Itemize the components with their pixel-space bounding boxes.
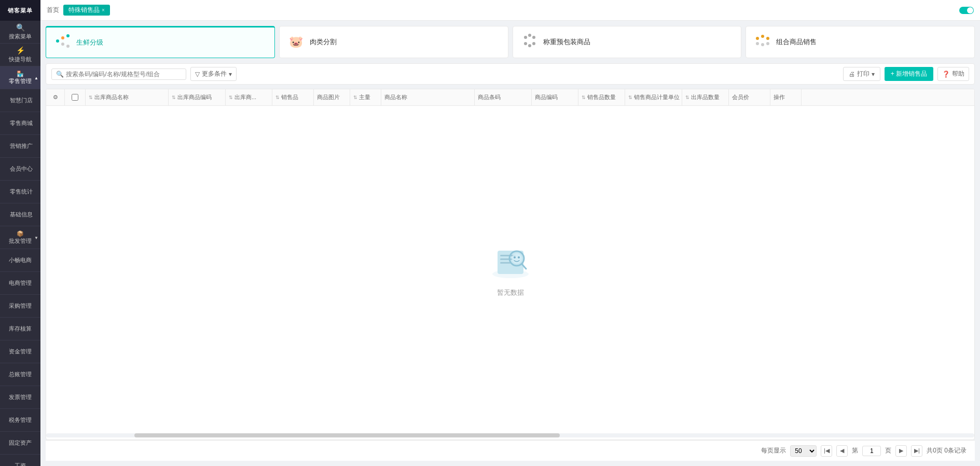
sidebar-item-sales-promo[interactable]: 营销推广 [0,135,40,158]
sort-icon-out-spec[interactable]: ⇅ [229,95,233,100]
toolbar-right: 🖨 打印 ▾ + 新增销售品 ❓ 帮助 [843,67,969,81]
tab-combo-sale[interactable]: 组合商品销售 [746,26,975,58]
th-img: 商品图片 [314,89,350,105]
search-input[interactable] [66,71,180,78]
th-main-qty: ⇅ 主量 [350,89,381,105]
topbar-close-icon[interactable]: × [102,7,105,13]
retail-mgmt-icon: 🏪 [17,71,24,77]
toolbar: 🔍 ▽ 更多条件 ▾ 🖨 打印 ▾ + 新增销售品 [46,63,975,85]
svg-point-1 [61,36,64,39]
sidebar-item-member-center[interactable]: 会员中心 [0,158,40,181]
sort-icon-out-name[interactable]: ⇅ [89,95,93,100]
breadcrumb-home[interactable]: 首页 [47,6,59,15]
sort-icon-sale-unit[interactable]: ⇅ [628,95,632,100]
sidebar-item-basic-info[interactable]: 基础信息 [0,203,40,226]
settings-col-icon: ⚙ [53,94,58,101]
th-out-spec: ⇅ 出库商... [226,89,272,105]
sidebar-item-ecom-mgmt[interactable]: 电商管理 [0,272,40,295]
svg-rect-20 [500,258,513,260]
search-box[interactable]: 🔍 [51,68,186,80]
help-button[interactable]: ❓ 帮助 [937,67,969,81]
sidebar-item-quick-nav[interactable]: ⚡ 快捷导航 [0,44,40,66]
sidebar-item-smart-store[interactable]: 智慧门店 [0,89,40,112]
print-label: 打印 [857,70,869,78]
sort-icon-out-code[interactable]: ⇅ [172,95,176,100]
sidebar-item-retail-mgmt[interactable]: 🏪 零售管理 ▲ [0,66,40,89]
sidebar-item-mini-ecom[interactable]: 小畅电商 [0,249,40,272]
svg-point-9 [528,44,531,47]
th-sale-unit: ⇅ 销售商品计量单位 [625,89,682,105]
print-icon: 🖨 [849,71,855,78]
tab-weigh-pack[interactable]: 称重预包装商品 [513,26,742,58]
combo-sale-icon [754,33,771,51]
sidebar-item-search-menu[interactable]: 🔍 搜索菜单 [0,21,40,44]
th-settings[interactable]: ⚙ [46,89,65,105]
sidebar-item-finance-mgmt[interactable]: 资金管理 [0,340,40,363]
svg-point-4 [66,45,70,48]
sidebar-item-purchase-mgmt[interactable]: 采购管理 [0,295,40,318]
topbar-active-tab[interactable]: 特殊销售品 × [63,5,110,16]
th-barcode: 商品条码 [475,89,532,105]
sort-icon-out-qty[interactable]: ⇅ [685,95,689,100]
horizontal-scrollbar-thumb[interactable] [134,433,560,437]
horizontal-scrollbar-track[interactable] [46,433,974,437]
page-first-button[interactable]: |◀ [821,445,832,457]
per-page-label: 每页显示 [761,446,786,455]
th-out-qty: ⇅ 出库品数量 [682,89,729,105]
table-empty-state: 暂无数据 [46,106,974,431]
page-number-input[interactable] [862,446,881,456]
svg-point-2 [66,34,70,37]
sort-icon-main[interactable]: ⇅ [353,95,357,100]
tab-meat-cut[interactable]: 🐷 肉类分割 [279,26,508,58]
sidebar-item-wages[interactable]: 工资 [0,455,40,466]
wholesale-mgmt-arrow: ▼ [34,235,38,240]
th-sale-item: ⇅ 销售品 [272,89,314,105]
sort-icon-sale[interactable]: ⇅ [275,95,280,100]
fresh-grade-icon [54,34,71,51]
tab-weigh-pack-label: 称重预包装商品 [543,37,590,47]
filter-arrow-icon: ▾ [229,71,232,78]
print-arrow-icon: ▾ [872,71,875,78]
toolbar-left: 🔍 ▽ 更多条件 ▾ [51,67,237,81]
select-all-checkbox[interactable] [72,94,78,101]
svg-point-15 [761,43,764,46]
th-check[interactable] [65,89,86,105]
svg-point-3 [61,43,64,46]
pagination-total: 共0页 0条记录 [927,446,967,455]
sidebar-item-retail-mall[interactable]: 零售商城 [0,112,40,135]
main-area: 首页 特殊销售品 × [40,0,980,466]
tab-meat-cut-label: 肉类分割 [310,37,337,47]
tabs-row: 生鲜分级 🐷 肉类分割 称重预包装商品 [46,26,975,58]
topbar-toggle[interactable] [959,7,974,14]
svg-point-10 [532,42,535,45]
svg-point-26 [518,256,520,258]
sidebar: 销客菜单 🔍 搜索菜单 ⚡ 快捷导航 🏪 零售管理 ▲ 智慧门店 零售商城 营销… [0,0,40,466]
sort-icon-sale-qty[interactable]: ⇅ [582,95,586,100]
content-area: 生鲜分级 🐷 肉类分割 称重预包装商品 [40,21,980,466]
filter-button[interactable]: ▽ 更多条件 ▾ [190,67,237,81]
sidebar-item-tax-mgmt[interactable]: 税务管理 [0,409,40,432]
per-page-select[interactable]: 50 10 20 100 [790,445,817,457]
page-next-button[interactable]: ▶ [895,445,907,457]
svg-point-23 [512,253,522,264]
help-label: 帮助 [952,70,964,78]
tab-fresh-grade-label: 生鲜分级 [76,38,103,47]
filter-icon: ▽ [195,71,200,78]
sidebar-item-inventory[interactable]: 库存核算 [0,318,40,340]
search-menu-icon: 🔍 [16,23,25,32]
sidebar-item-invoice-mgmt[interactable]: 发票管理 [0,386,40,409]
page-prev-button[interactable]: ◀ [836,445,848,457]
print-button[interactable]: 🖨 打印 ▾ [843,67,880,81]
page-last-button[interactable]: ▶| [911,445,922,457]
tab-fresh-grade[interactable]: 生鲜分级 [46,26,275,58]
new-sale-item-button[interactable]: + 新增销售品 [885,67,933,81]
sidebar-item-wholesale-mgmt[interactable]: 📦 批发管理 ▼ [0,226,40,249]
th-out-code: ⇅ 出库商品编码 [169,89,226,105]
weigh-pack-icon [521,33,538,51]
sidebar-item-fixed-assets[interactable]: 固定资产 [0,432,40,455]
pagination-bar: 每页显示 50 10 20 100 |◀ ◀ 第 页 ▶ ▶| 共0页 0条记录 [46,440,975,461]
sidebar-item-retail-stats[interactable]: 零售统计 [0,181,40,203]
sidebar-item-ledger-mgmt[interactable]: 总账管理 [0,363,40,386]
new-sale-item-label: + 新增销售品 [891,70,927,78]
svg-point-11 [756,37,759,40]
